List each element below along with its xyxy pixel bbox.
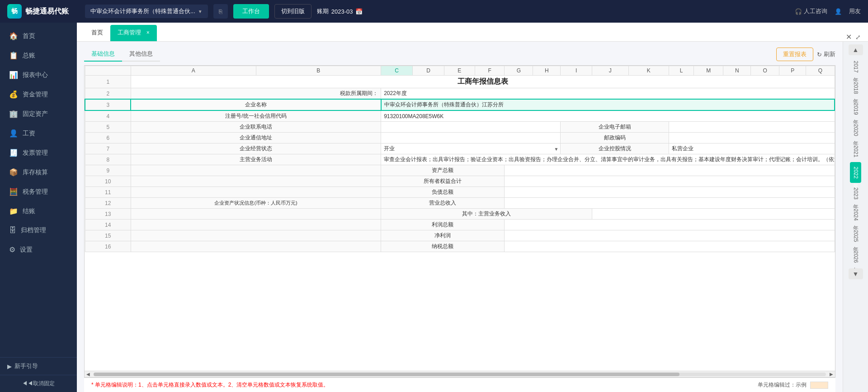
sidebar-item-inventory[interactable]: 📦 库存核算 [0,163,77,182]
play-icon: ▶ [7,363,12,370]
label-asset-section-16 [131,241,381,252]
chevron-down-icon: ▼ [198,9,203,14]
sidebar-label-funds: 资金管理 [23,91,48,99]
reset-button[interactable]: 重置报表 [776,48,813,61]
year-2020[interactable]: 2020年 [850,120,861,141]
consult-button[interactable]: 🎧 人工咨询 [795,7,827,15]
value-postcode[interactable] [669,133,835,143]
subtab-other[interactable]: 其他信息 [122,47,160,62]
label-asset-section-15 [131,230,381,241]
label-asset-info: 企业资产状况信息(币种：人民币万元) [131,198,381,209]
label-total-assets: 资产总额 [381,165,505,176]
app-title: 畅捷通易代账 [25,7,69,16]
user-name: 用友 [849,7,861,15]
dropdown-arrow-icon: ▼ [554,146,559,151]
year-2024[interactable]: 2024年 [850,204,861,225]
scroll-thumb [94,373,679,376]
value-total-assets[interactable] [505,165,835,176]
sidebar-item-settlement[interactable]: 📁 结账 [0,201,77,221]
year-2026[interactable]: 2026年 [850,246,861,268]
subtab-basic[interactable]: 基础信息 [84,47,122,62]
sidebar-item-ledger[interactable]: 📋 总账 [0,46,77,65]
value-period[interactable]: 2022年度 [381,88,835,100]
page-content: 基础信息 其他信息 重置报表 ↻ 刷新 [77,42,843,392]
col-header-G: G [505,66,533,76]
sheet-title: 工商年报信息表 [131,76,835,88]
switch-version-button[interactable]: 切到旧版 [274,4,311,19]
year-2017[interactable]: 2017年 [850,56,861,77]
tab-commerce[interactable]: 工商管理 × [110,25,157,41]
year-2019[interactable]: 2019年 [850,98,861,120]
value-main-business[interactable]: 审查企业会计报表；出具审计报告；验证企业资本；出具验资报告；办理企业合并、分立、… [381,154,835,165]
col-header-J: J [592,66,628,76]
copy-button[interactable]: ⎘ [213,4,228,19]
sidebar-label-archive: 归档管理 [21,226,46,234]
sidebar-label-reports: 报表中心 [23,71,48,79]
company-selector[interactable]: 中审众环会计师事务所（特殊普通合伙... ▼ [85,5,208,18]
period-value: 2023-03 [331,8,353,15]
value-address[interactable] [381,133,561,143]
spreadsheet-scroll[interactable]: A B C D E F G H I J [85,66,835,371]
value-equity[interactable] [505,176,835,187]
edited-sample-color [810,382,828,389]
scroll-left-arrow[interactable]: ◀ [85,371,92,378]
table-row: 5 企业联系电话 企业电子邮箱 [85,122,835,133]
sidebar-item-funds[interactable]: 💰 资金管理 [0,85,77,104]
year-2025[interactable]: 2025年 [850,225,861,247]
year-2022[interactable]: 2022年 [850,162,861,183]
new-user-button[interactable]: ▶ 新手引导 [7,362,38,370]
inventory-icon: 📦 [9,168,18,177]
scroll-right-arrow[interactable]: ▶ [828,371,835,378]
value-shareholding[interactable]: 私营企业 [669,143,835,154]
tab-home[interactable]: 首页 [84,25,110,41]
workbench-button[interactable]: 工作台 [233,4,269,19]
sidebar-item-assets[interactable]: 🏢 固定资产 [0,104,77,124]
status-right: 单元格编辑过：示例 [758,381,828,389]
value-total-revenue[interactable] [505,198,835,209]
close-icon[interactable]: ✕ [846,33,852,41]
value-company-name[interactable]: 中审众环会计师事务所（特殊普通合伙）江苏分所 [381,99,835,110]
user-icon: 👤 [835,8,842,15]
year-nav-down[interactable]: ▼ [849,268,863,279]
table-row: 6 企业通信地址 邮政编码 [85,133,835,143]
value-status[interactable]: 开业 ▼ [381,143,561,154]
sidebar-item-archive[interactable]: 🗄 归档管理 [0,221,77,240]
tab-commerce-label: 工商管理 [118,29,141,36]
edited-label: 单元格编辑过：示例 [758,381,807,389]
value-main-revenue[interactable] [592,209,835,220]
unpin-button[interactable]: ◀◀取消固定 [22,380,55,387]
year-2023[interactable]: 2023年 [850,183,861,204]
home-icon: 🏠 [9,32,18,40]
sidebar-item-home[interactable]: 🏠 首页 [0,26,77,46]
value-net-profit[interactable] [505,230,835,241]
sidebar-item-wages[interactable]: 👤 工资 [0,124,77,143]
unpin-area: ◀◀取消固定 [0,375,77,392]
sidebar-item-invoices[interactable]: 🧾 发票管理 [0,143,77,163]
value-phone[interactable] [381,122,561,133]
value-email[interactable] [669,122,835,133]
col-header-L: L [669,66,693,76]
horizontal-scrollbar[interactable]: ◀ ▶ [85,371,835,377]
col-header-rownum [85,66,131,76]
sidebar-item-reports[interactable]: 📊 报表中心 [0,65,77,85]
calendar-icon[interactable]: 📅 [355,8,363,15]
value-total-profit[interactable] [505,220,835,230]
value-total-tax[interactable] [505,241,835,252]
sidebar-item-tax[interactable]: 🧮 税务管理 [0,182,77,201]
spreadsheet-container: A B C D E F G H I J [84,65,835,378]
label-postcode: 邮政编码 [561,133,669,143]
expand-icon[interactable]: ⤢ [855,33,861,41]
year-nav-up[interactable]: ▲ [849,44,863,55]
label-phone: 企业联系电话 [131,122,381,133]
year-2021[interactable]: 2021年 [850,141,861,162]
content-with-right: 基础信息 其他信息 重置报表 ↻ 刷新 [77,42,868,392]
value-reg-code[interactable]: 91320100MA208E5W6K [381,110,835,122]
row-num-4: 4 [85,110,131,122]
tab-close-icon[interactable]: × [146,29,150,36]
year-2018[interactable]: 2018年 [850,77,861,99]
sidebar-item-settings[interactable]: ⚙ 设置 [0,240,77,259]
value-liabilities[interactable] [505,187,835,198]
refresh-button[interactable]: ↻ 刷新 [817,50,835,58]
subtab-basic-label: 基础信息 [91,50,115,57]
label-asset-section-11 [131,187,381,198]
